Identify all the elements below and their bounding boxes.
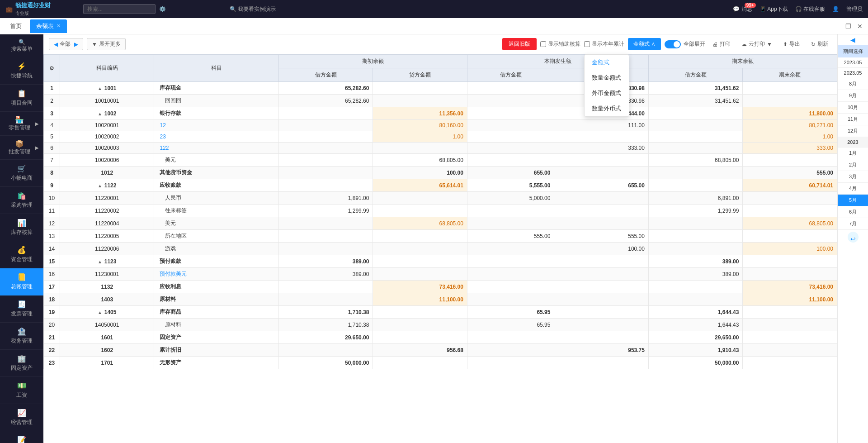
sidebar-item-retail[interactable]: 🏪 零售管理 ▶ (0, 112, 43, 136)
period-item-4[interactable]: 10月 (838, 102, 868, 114)
row-name-4[interactable]: 23 (154, 131, 278, 143)
balance-table-container[interactable]: ⚙ 科目编码 科目 期初余额 本期发生额 期末余额 借方金额 贷方金额 借方金额… (43, 54, 837, 443)
table-row[interactable]: 210010001回回回65,282.6033,830.9831,451.62 (44, 95, 837, 107)
export-btn[interactable]: ⬆ 导出 (779, 38, 804, 50)
dropdown-item-shuliangjinaeizi2[interactable]: 数量外币式 (585, 101, 629, 116)
message-btn[interactable]: 💬 消息 99+ (733, 5, 752, 13)
settings-icon[interactable]: ⚙️ (159, 6, 166, 12)
auxiliary-checkbox[interactable] (540, 41, 546, 47)
sidebar-item-inventory[interactable]: 📊 库存核算 (0, 214, 43, 241)
table-row[interactable]: 1411220006游戏100.00100.00 (44, 243, 837, 255)
row-name-3[interactable]: 12 (154, 120, 278, 131)
breadcrumb-right-arrow-icon[interactable]: ▶ (74, 41, 78, 48)
sidebar-item-sales[interactable]: 📝 小畅报销 (0, 431, 43, 443)
period-item-0[interactable]: 2023.05 (838, 57, 868, 68)
expand-more-btn[interactable]: ▼ 展开更多 (87, 38, 126, 50)
table-row[interactable]: 1211220004美元68,805.0068,805.00 (44, 217, 837, 230)
sidebar-search[interactable]: 🔍搜索菜单 (0, 34, 43, 57)
dropdown-item-jinaezi[interactable]: 金额式 (585, 55, 629, 70)
sidebar-item-purchase[interactable]: 🛍️ 采购管理 (0, 187, 43, 214)
period-expand-btn[interactable]: ◀ (838, 34, 868, 45)
period-item-1[interactable]: 2023.05 (838, 68, 868, 78)
sidebar-item-tax[interactable]: 🏦 税务管理 (0, 323, 43, 350)
back-old-version-btn[interactable]: 返回旧版 (502, 38, 537, 50)
sidebar-item-project[interactable]: 📋 项目合同 (0, 85, 43, 112)
table-row[interactable]: 231701无形资产50,000.0050,000.00 (44, 357, 837, 369)
period-item-6[interactable]: 12月 (838, 125, 868, 137)
window-restore-btn[interactable]: ❐ (844, 22, 853, 31)
sidebar-item-payroll[interactable]: 💵 工资 (0, 377, 43, 404)
online-service-btn[interactable]: 🎧 在线客服 (795, 5, 825, 13)
table-row[interactable]: 4100200011280,160.00111.0080,271.00 (44, 120, 837, 131)
app-download-btn[interactable]: 📱 App下载 (760, 5, 788, 13)
period-item-12[interactable]: 5月 (838, 195, 868, 206)
period-title[interactable]: 期间选择 (838, 45, 868, 57)
sidebar-item-asset[interactable]: 🏢 固定资产 (0, 350, 43, 377)
period-collapse-btn[interactable]: ↩ (848, 232, 859, 243)
toggle-all-expand[interactable]: 全部展开 (665, 40, 705, 48)
period-item-9[interactable]: 2月 (838, 159, 868, 171)
table-row[interactable]: 710020006美元68,805.0068,805.00 (44, 154, 837, 167)
tab-balance[interactable]: 余额表 ✕ (30, 19, 67, 33)
period-item-10[interactable]: 3月 (838, 171, 868, 183)
table-row[interactable]: 1311220005所在地区555.00555.00 (44, 230, 837, 243)
sidebar-label-quicknav: 快捷导航 (11, 72, 33, 80)
search-input[interactable] (83, 4, 156, 14)
table-row[interactable]: 221602累计折旧956.68953.751,910.43 (44, 344, 837, 357)
period-item-11[interactable]: 4月 (838, 183, 868, 195)
table-row[interactable]: 81012其他货币资金100.00655.00555.00 (44, 167, 837, 179)
period-item-2[interactable]: 8月 (838, 78, 868, 90)
dropdown-item-shuliangjinaeizi[interactable]: 数量金额式 (585, 70, 629, 86)
row-no-6: 7 (44, 154, 60, 167)
tab-close-icon[interactable]: ✕ (57, 23, 61, 29)
demo-link[interactable]: 🔍 我要看实例演示 (230, 5, 276, 13)
period-item-13[interactable]: 6月 (838, 206, 868, 218)
sidebar-item-ecommerce[interactable]: 🛒 小畅电商 (0, 160, 43, 187)
table-row[interactable]: 3▲ 1002银行存款11,356.00444.0011,800.00 (44, 107, 837, 120)
row-3-col-1: 80,160.00 (373, 120, 467, 131)
search-area: ⚙️ (83, 4, 219, 14)
tab-home[interactable]: 首页 (4, 19, 28, 33)
period-item-3[interactable]: 9月 (838, 90, 868, 102)
sidebar-item-operations[interactable]: 📈 经营管理 (0, 404, 43, 431)
table-row[interactable]: 15▲ 1123预付账款389.00389.00 (44, 255, 837, 268)
table-row[interactable]: 181403原材料11,100.0011,100.00 (44, 293, 837, 306)
table-row[interactable]: 211601固定资产29,650.0029,650.00 (44, 331, 837, 344)
toggle-switch[interactable] (665, 40, 681, 48)
table-row[interactable]: 510020002231.001.00 (44, 131, 837, 143)
year-total-checkbox[interactable] (584, 41, 590, 47)
breadcrumb-all-btn[interactable]: ◀ 全部 ▶ (49, 38, 83, 50)
table-row[interactable]: 1011220001人民币1,891.005,000.006,891.00 (44, 192, 837, 205)
show-year-total-check[interactable]: 显示本年累计 (584, 40, 624, 48)
period-item-5[interactable]: 11月 (838, 114, 868, 125)
table-row[interactable]: 1111220002往来标签1,299.991,299.99 (44, 205, 837, 217)
dropdown-item-waibijinaeizi[interactable]: 外币金额式 (585, 86, 629, 101)
table-row[interactable]: 2014050001原材料1,710.3865.951,644.43 (44, 319, 837, 331)
table-row[interactable]: 1611230001预付款美元389.00389.00 (44, 268, 837, 281)
period-item-8[interactable]: 1月 (838, 148, 868, 159)
show-auxiliary-check[interactable]: 显示辅助核算 (540, 40, 580, 48)
settings-col-header[interactable]: ⚙ (44, 55, 60, 82)
mode-btn-label: 金额式 ∧ (633, 40, 656, 48)
period-item-14[interactable]: 7月 (838, 218, 868, 230)
cloud-print-btn[interactable]: ☁ 云打印 ▼ (738, 38, 776, 50)
table-row[interactable]: 610020003122333.00333.00 (44, 143, 837, 154)
mode-btn[interactable]: 金额式 ∧ (628, 38, 661, 50)
sidebar-item-invoice[interactable]: 🧾 发票管理 (0, 295, 43, 323)
refresh-btn[interactable]: ↻ 刷新 (807, 38, 832, 50)
row-name-5[interactable]: 122 (154, 143, 278, 154)
table-row[interactable]: 171132应收利息73,416.0073,416.00 (44, 281, 837, 293)
sidebar-item-wholesale[interactable]: 📦 批发管理 ▶ (0, 136, 43, 160)
row-name-15[interactable]: 预付款美元 (154, 268, 278, 281)
window-close-btn[interactable]: ✕ (855, 22, 864, 31)
sidebar-item-general[interactable]: 📒 总账管理 (0, 268, 43, 295)
period-item-7[interactable]: 2023 (838, 137, 868, 148)
sidebar-item-capital[interactable]: 💰 资金管理 (0, 241, 43, 268)
sidebar-label-ecommerce: 小畅电商 (11, 174, 33, 182)
sidebar-item-quicknav[interactable]: ⚡ 快捷导航 (0, 57, 43, 85)
table-row[interactable]: 9▲ 1122应收账款65,614.015,555.00655.0060,714… (44, 179, 837, 192)
table-row[interactable]: 19▲ 1405库存商品1,710.3865.951,644.43 (44, 306, 837, 319)
print-btn[interactable]: 🖨 打印 (709, 38, 734, 50)
row-no-11: 12 (44, 217, 60, 230)
table-row[interactable]: 1▲ 1001库存现金65,282.6033,830.9831,451.62 (44, 82, 837, 95)
